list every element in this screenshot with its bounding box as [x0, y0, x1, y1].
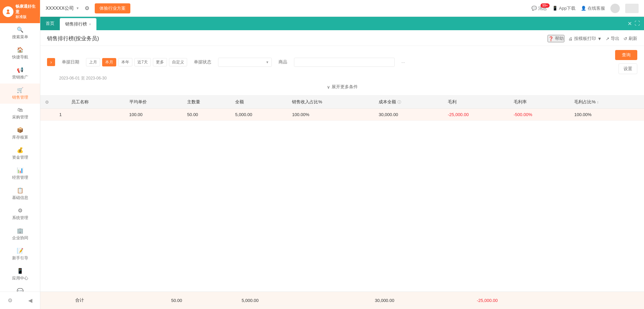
online-service-btn[interactable]: 👤 在线客服: [581, 5, 605, 11]
date-btn-last-7days[interactable]: 近7天: [134, 58, 151, 66]
sidebar-item-label: 资金管理: [12, 155, 28, 160]
export-icon: ↗: [606, 36, 609, 41]
gross-pct-info-icon[interactable]: ↕: [597, 100, 599, 104]
sidebar-item-apps[interactable]: 📱 应用中心: [0, 264, 40, 285]
filter-expand-row: ∨ 展开更多条件: [47, 81, 637, 91]
footer-amount: 5,000.00: [238, 295, 331, 306]
sidebar-item-operations[interactable]: 📊 经营管理: [0, 164, 40, 184]
sidebar-item-label: 采购管理: [12, 114, 28, 120]
bottom-settings-btn[interactable]: ⚙: [6, 295, 14, 306]
footer-gross-pct-empty: [610, 295, 640, 306]
export-btn[interactable]: ↗ 导出: [606, 36, 619, 42]
set-button[interactable]: 设置: [618, 63, 637, 74]
filter-area: › 单据日期 上月 本月 本年 近7天 更多 自定义 单据状态: [40, 46, 644, 96]
table-header: ⚙ 员工名称 平均单价 主数量 全额 销售收入占比% 成本全额 ⓘ 毛利 毛利率…: [40, 96, 644, 109]
logo-icon: [3, 6, 13, 17]
wechat-icon: 💬: [17, 288, 24, 292]
sidebar-item-marketing[interactable]: 📢 营销推广: [0, 63, 40, 84]
user-avatar[interactable]: [610, 4, 620, 13]
refresh-btn[interactable]: ↺ 刷新: [624, 36, 637, 42]
app-download-btn[interactable]: 📱 App下载: [552, 5, 575, 11]
topbar-settings-icon[interactable]: ⚙: [85, 5, 89, 11]
refresh-icon: ↺: [624, 36, 627, 41]
sidebar-item-label: 营销推广: [12, 74, 28, 80]
tabbar: 首页 销售排行榜 × ✕ ⛶: [40, 17, 644, 30]
sidebar-item-label: 新手引导: [12, 255, 28, 261]
query-button[interactable]: 查询: [615, 50, 637, 60]
help-btn[interactable]: ❓ 帮助: [548, 35, 564, 42]
collapse-sidebar-btn[interactable]: ◀: [26, 295, 34, 306]
col-settings[interactable]: ⚙: [40, 96, 54, 109]
date-btn-current-year[interactable]: 本年: [118, 58, 132, 66]
sidebar-item-guide[interactable]: 📝 新手引导: [0, 244, 40, 264]
sidebar-item-finance[interactable]: 💰 资金管理: [0, 144, 40, 164]
svg-point-0: [7, 9, 9, 12]
status-select[interactable]: [218, 58, 272, 67]
date-btn-current-month[interactable]: 本月: [102, 58, 116, 66]
tab-active-label: 销售排行榜: [65, 21, 87, 27]
inventory-icon: 📦: [17, 127, 24, 133]
service-icon: 👤: [581, 6, 586, 11]
tab-home[interactable]: 首页: [40, 17, 60, 30]
sidebar-item-sales[interactable]: 🛒 销售管理: [0, 84, 40, 104]
filter-expand-left-btn[interactable]: ›: [47, 58, 55, 66]
template-print-btn[interactable]: 🖨 按模板打印 ▼: [568, 36, 602, 42]
footer-table: 合计 50.00 5,000.00 30,000.00 -25,000.00: [44, 295, 640, 306]
col-gross-pct: 毛利占比% ↕: [570, 96, 644, 109]
sidebar-item-enterprise[interactable]: 🏢 企业协同: [0, 224, 40, 244]
tab-close-all-btn[interactable]: ✕: [628, 20, 632, 27]
sidebar-item-label: 应用中心: [12, 275, 28, 281]
chevron-right-icon: ›: [50, 59, 52, 65]
date-btn-prev-month[interactable]: 上月: [86, 58, 100, 66]
print-dropdown-icon: ▼: [597, 36, 602, 41]
col-gross-rate: 毛利率: [510, 96, 570, 109]
service-label: 在线客服: [588, 5, 605, 11]
page-title: 销售排行榜(按业务员): [47, 35, 99, 42]
sidebar-item-quick-nav[interactable]: 🏠 快捷导航: [0, 43, 40, 63]
row-gross: -25,000.00: [444, 109, 510, 121]
more-filter-btn[interactable]: ···: [401, 60, 405, 65]
date-btn-custom[interactable]: 自定义: [169, 58, 187, 66]
sidebar-item-basic[interactable]: 📋 基础信息: [0, 184, 40, 204]
message-badge: 99+: [541, 3, 550, 8]
content: 销售排行榜(按业务员) ❓ 帮助 🖨 按模板打印 ▼ ↗ 导出: [40, 30, 644, 309]
row-employee-name: [67, 109, 125, 121]
sidebar-item-label: 搜索菜单: [12, 34, 28, 40]
sales-icon: 🛒: [17, 87, 24, 93]
tab-expand-btn[interactable]: ⛶: [635, 20, 640, 27]
topbar-right: 💬 消息 99+ 📱 App下载 👤 在线客服: [531, 4, 639, 13]
tab-sales-rank[interactable]: 销售排行榜 ×: [60, 18, 96, 30]
goods-input[interactable]: [294, 58, 395, 67]
expand-more-btn[interactable]: ∨ 展开更多条件: [327, 84, 358, 90]
date-btn-more[interactable]: 更多: [153, 58, 167, 66]
data-table: ⚙ 员工名称 平均单价 主数量 全额 销售收入占比% 成本全额 ⓘ 毛利 毛利率…: [40, 96, 644, 121]
sidebar-item-system[interactable]: ⚙ 系统管理: [0, 204, 40, 224]
chevron-down-icon: ∨: [327, 85, 330, 90]
tab-close-icon[interactable]: ×: [89, 22, 91, 26]
col-avg-price: 平均单价: [125, 96, 183, 109]
goods-filter-label: 商品: [278, 59, 287, 65]
cost-info-icon[interactable]: ⓘ: [397, 100, 401, 104]
sidebar-item-search[interactable]: 🔍 搜索菜单: [0, 23, 40, 43]
row-avg-price: 100.00: [125, 109, 183, 121]
company-selector[interactable]: XXXXXX公司 ▼: [46, 5, 79, 11]
row-qty: 50.00: [183, 109, 231, 121]
user-name-area[interactable]: [625, 4, 639, 13]
date-range-display: 2023-06-01 至 2023-06-30: [47, 75, 637, 81]
marketing-icon: 📢: [17, 67, 24, 73]
sidebar-item-inventory[interactable]: 📦 库存核算: [0, 123, 40, 144]
message-icon: 💬: [531, 6, 537, 11]
message-btn[interactable]: 💬 消息 99+: [531, 5, 547, 11]
footer-gross: -25,000.00: [473, 295, 580, 306]
sidebar-item-wechat[interactable]: 💬 企业微信: [0, 285, 40, 292]
sidebar-nav: 🔍 搜索菜单 🏠 快捷导航 📢 营销推广 🛒 销售管理 🛍 采购管理 📦 库存核…: [0, 23, 40, 292]
table-area: ⚙ 员工名称 平均单价 主数量 全额 销售收入占比% 成本全额 ⓘ 毛利 毛利率…: [40, 96, 644, 194]
search-icon: 🔍: [17, 27, 24, 33]
sidebar-item-purchase[interactable]: 🛍 采购管理: [0, 104, 40, 123]
table-body: 1 100.00 50.00 5,000.00 100.00% 30,000.0…: [40, 109, 644, 121]
trial-industry-button[interactable]: 体验行业方案: [95, 3, 130, 13]
action-btns: 查询 设置: [615, 50, 637, 74]
content-inner: 销售排行榜(按业务员) ❓ 帮助 🖨 按模板打印 ▼ ↗ 导出: [40, 30, 644, 309]
col-gross: 毛利: [444, 96, 510, 109]
footer-total-label: 合计: [71, 295, 133, 306]
